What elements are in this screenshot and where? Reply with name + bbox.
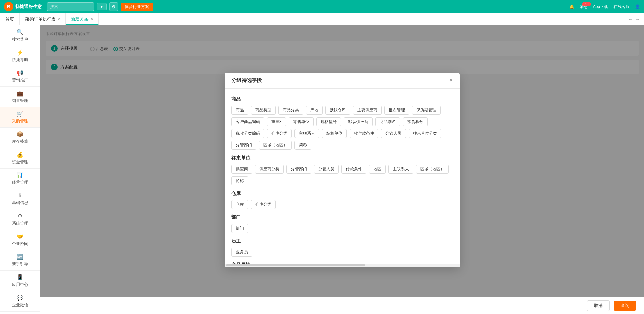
confirm-button[interactable]: 查询 — [614, 301, 636, 311]
field-tag-supplier-category[interactable]: 供应商分类 — [255, 165, 284, 174]
field-tag-product[interactable]: 商品 — [231, 106, 248, 115]
tab-home[interactable]: 首页 — [0, 13, 20, 25]
sidebar: 🔍 搜索菜单 ⚡ 快捷导航 📢 营销推广 💼 销售管理 🛒 采购管理 📦 库存核… — [0, 25, 40, 314]
sidebar-label-collab: 企业协同 — [12, 241, 28, 247]
modal-body[interactable]: 商品 商品 商品类型 商品分类 产地 默认仓库 主要供应商 批次管理 保质期管理… — [225, 89, 460, 264]
field-tag-default-supplier[interactable]: 默认供应商 — [344, 117, 373, 126]
sidebar-item-system[interactable]: ⚙ 系统管理 — [0, 209, 40, 230]
marketing-icon: 📢 — [17, 70, 23, 76]
sales-icon: 💼 — [17, 90, 23, 97]
section-title-product: 商品 — [231, 96, 453, 102]
app-download-link[interactable]: App下载 — [593, 4, 608, 10]
sidebar-item-finance[interactable]: 💰 资金管理 — [0, 148, 40, 169]
sidebar-label-basic-info: 基础信息 — [12, 200, 28, 206]
field-tag-customer-product-code[interactable]: 客户商品编码 — [231, 117, 264, 126]
sidebar-item-collab[interactable]: 🤝 企业协同 — [0, 230, 40, 250]
field-tag-default-warehouse[interactable]: 默认仓库 — [325, 106, 350, 115]
field-tag-partner-region[interactable]: 区域（地区） — [416, 165, 449, 174]
gear-icon: ⚙ — [112, 4, 116, 9]
sidebar-item-sales[interactable]: 💼 销售管理 — [0, 87, 40, 107]
content-area: 采购订单执行表方案设置 1 选择模板 汇总表 交叉统计表 — [40, 25, 644, 314]
field-tag-retail-unit[interactable]: 零售单位 — [289, 117, 314, 126]
modal-close-button[interactable]: × — [450, 77, 453, 83]
field-tag-product-category[interactable]: 商品分类 — [278, 106, 303, 115]
tab-new-plan[interactable]: 新建方案 × — [66, 13, 99, 25]
field-tag-payment-terms[interactable]: 收付款条件 — [350, 129, 378, 138]
sidebar-item-guide[interactable]: 🆕 新手引导 — [0, 250, 40, 271]
field-tag-batch-manage[interactable]: 批次管理 — [384, 106, 409, 115]
field-tag-dept-manage[interactable]: 分管部门 — [231, 141, 256, 150]
sidebar-item-operations[interactable]: 📊 经营管理 — [0, 169, 40, 189]
field-tag-area[interactable]: 地区 — [369, 165, 386, 174]
sidebar-item-member[interactable]: ⭐ 畅会员 — [0, 312, 40, 314]
field-grid-product: 商品 商品类型 商品分类 产地 默认仓库 主要供应商 批次管理 保质期管理 客户… — [231, 106, 453, 150]
tab-purchase-list-close[interactable]: × — [58, 17, 60, 22]
expand-icon[interactable]: → — [635, 17, 640, 22]
field-tag-spec-model[interactable]: 规格型号 — [316, 117, 341, 126]
field-tag-warehouse-class[interactable]: 仓库分类 — [251, 200, 276, 209]
sidebar-item-search[interactable]: 🔍 搜索菜单 — [0, 25, 40, 46]
collapse-icon[interactable]: ← — [628, 17, 633, 22]
field-tag-department[interactable]: 部门 — [231, 224, 248, 233]
top-right-area: 🔔 99+ 消息 App下载 在线客服 👤 — [569, 4, 640, 10]
field-tag-origin[interactable]: 产地 — [306, 106, 323, 115]
modal-scroll-thumb — [226, 264, 365, 266]
search-input[interactable] — [47, 2, 94, 11]
system-icon: ⚙ — [18, 213, 22, 219]
field-grid-department: 部门 — [231, 224, 453, 233]
field-tag-partner-contact[interactable]: 主联系人 — [388, 165, 413, 174]
field-tag-supervisor[interactable]: 分管人员 — [381, 129, 406, 138]
user-avatar[interactable]: 👤 — [635, 4, 640, 9]
field-tag-region[interactable]: 区域（地区） — [259, 141, 292, 150]
sidebar-item-quick-nav[interactable]: ⚡ 快捷导航 — [0, 46, 40, 66]
dropdown-button[interactable]: ▼ — [97, 3, 107, 10]
sidebar-item-purchase[interactable]: 🛒 采购管理 — [0, 107, 40, 128]
tab-home-label: 首页 — [5, 16, 14, 22]
field-tag-salesperson[interactable]: 业务员 — [231, 248, 252, 257]
main-layout: 🔍 搜索菜单 ⚡ 快捷导航 📢 营销推广 💼 销售管理 🛒 采购管理 📦 库存核… — [0, 25, 644, 314]
sidebar-item-app-center[interactable]: 📱 应用中心 — [0, 271, 40, 291]
field-tag-shelf-life[interactable]: 保质期管理 — [412, 106, 441, 115]
operations-icon: 📊 — [17, 172, 23, 178]
tab-purchase-list-label: 采购订单执行表 — [25, 16, 56, 22]
basic-info-icon: ℹ — [19, 192, 21, 199]
enterprise-wechat-icon: 💬 — [17, 295, 23, 301]
modal-scroll-bar[interactable] — [225, 264, 460, 267]
cancel-button[interactable]: 取消 — [587, 300, 610, 311]
sidebar-label-guide: 新手引导 — [12, 261, 28, 267]
trial-button[interactable]: 体验行业方案 — [121, 3, 153, 11]
field-tag-partner-abbr[interactable]: 简称 — [231, 176, 248, 185]
field-tag-settlement-unit[interactable]: 结算单位 — [322, 129, 347, 138]
field-tag-product-alias[interactable]: 商品别名 — [375, 117, 400, 126]
sidebar-label-app-center: 应用中心 — [12, 282, 28, 288]
field-tag-main-supplier[interactable]: 主要供应商 — [353, 106, 382, 115]
field-tag-supplier[interactable]: 供应商 — [231, 165, 252, 174]
field-tag-partner-supervisor[interactable]: 分管人员 — [314, 165, 339, 174]
section-title-warehouse: 仓库 — [231, 191, 453, 197]
field-tag-abbr[interactable]: 简称 — [294, 141, 311, 150]
tab-purchase-list[interactable]: 采购订单执行表 × — [20, 13, 66, 25]
gear-button[interactable]: ⚙ — [109, 2, 118, 11]
field-tag-product-type[interactable]: 商品类型 — [251, 106, 276, 115]
online-service-link[interactable]: 在线客服 — [613, 4, 630, 10]
field-tag-payment-condition[interactable]: 付款条件 — [341, 165, 366, 174]
field-tag-transaction-unit-category[interactable]: 往来单位分类 — [409, 129, 441, 138]
sidebar-item-marketing[interactable]: 📢 营销推广 — [0, 66, 40, 87]
field-tag-pick-points[interactable]: 拣货积分 — [403, 117, 428, 126]
top-header: B 畅捷通好生意 ▼ ⚙ 体验行业方案 🔔 99+ 消息 App下载 在线客服 … — [0, 0, 644, 13]
tab-new-plan-close[interactable]: × — [91, 17, 93, 21]
tab-bar: 首页 采购订单执行表 × 新建方案 × ← → — [0, 13, 644, 25]
field-tag-weight3[interactable]: 重量3 — [267, 117, 286, 126]
field-tag-main-contact[interactable]: 主联系人 — [294, 129, 319, 138]
field-tag-partner-dept[interactable]: 分管部门 — [286, 165, 311, 174]
sidebar-item-inventory[interactable]: 📦 库存核算 — [0, 128, 40, 148]
notification-area[interactable]: 🔔 99+ 消息 — [569, 4, 588, 10]
sidebar-label-operations: 经营管理 — [12, 180, 28, 185]
field-tag-warehouse[interactable]: 仓库 — [231, 200, 248, 209]
logo-area: B 畅捷通好生意 — [4, 2, 44, 11]
field-tag-tax-code[interactable]: 税收分类编码 — [231, 129, 264, 138]
sidebar-item-basic-info[interactable]: ℹ 基础信息 — [0, 189, 40, 209]
modal-overlay[interactable]: 分组待选字段 × 商品 商品 商品类型 商品分类 产地 默认仓库 主要供应商 批… — [40, 25, 644, 314]
field-tag-warehouse-category[interactable]: 仓库分类 — [267, 129, 292, 138]
sidebar-item-enterprise-wechat[interactable]: 💬 企业微信 — [0, 291, 40, 312]
